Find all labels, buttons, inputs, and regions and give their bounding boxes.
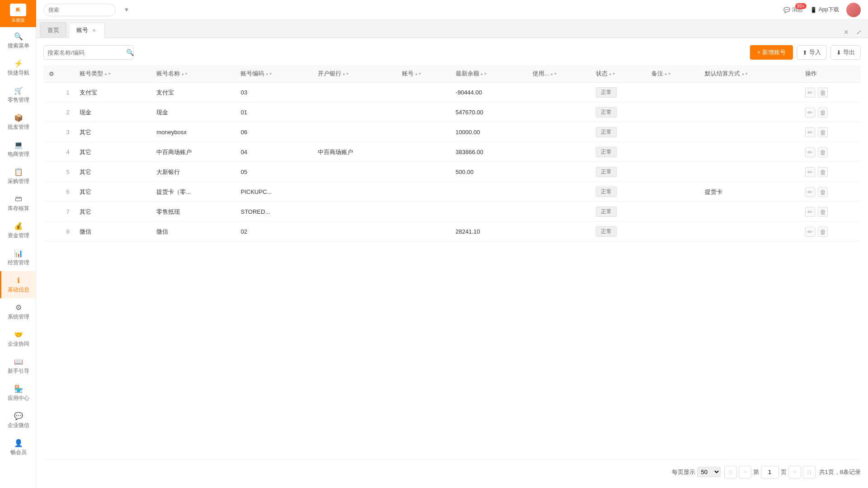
col-header-name[interactable]: 账号名称▲▼	[153, 65, 237, 83]
col-label-bank: 开户银行	[318, 70, 341, 77]
edit-icon[interactable]: ✏	[805, 227, 815, 237]
user-avatar[interactable]	[846, 3, 861, 17]
export-button[interactable]: ⬇ 导出	[830, 45, 861, 60]
dropdown-button[interactable]: ▼	[121, 5, 132, 15]
cell-usage	[529, 162, 592, 182]
col-header-type[interactable]: 账号类型▲▼	[76, 65, 153, 83]
add-account-button[interactable]: + 新增账号	[750, 45, 793, 60]
cell-code: 06	[237, 122, 314, 142]
sidebar-item-retail[interactable]: 🛒零售管理	[0, 81, 36, 108]
expand-tab-button[interactable]: ⤢	[854, 27, 864, 38]
delete-icon[interactable]: 🗑	[818, 88, 828, 98]
sidebar-item-member[interactable]: 👤畅会员	[0, 434, 36, 461]
cell-type: 现金	[76, 103, 153, 122]
edit-icon[interactable]: ✏	[805, 187, 815, 197]
gear-icon[interactable]: ⚙	[49, 70, 54, 77]
cell-remark	[648, 122, 702, 142]
cell-usage	[529, 202, 592, 222]
sidebar-label-purchase: 采购管理	[8, 178, 29, 185]
cell-balance	[452, 182, 529, 202]
edit-icon[interactable]: ✏	[805, 147, 815, 157]
col-header-account[interactable]: 账号▲▼	[398, 65, 452, 83]
edit-icon[interactable]: ✏	[805, 207, 815, 217]
sidebar-item-inventory[interactable]: 🗃库存核算	[0, 190, 36, 217]
cell-action: ✏ 🗑	[802, 202, 861, 222]
col-label-name: 账号名称	[156, 70, 180, 77]
app-download-button[interactable]: 📱 App下载	[810, 6, 839, 14]
sidebar-item-agreement[interactable]: 🤝企业协同	[0, 325, 36, 352]
top-search-input[interactable]	[43, 4, 116, 16]
sidebar-item-search[interactable]: 🔍搜索菜单	[0, 27, 36, 54]
cell-account	[398, 122, 452, 142]
search-input[interactable]	[47, 49, 123, 56]
prev-page-button[interactable]: ＜	[739, 466, 751, 479]
cell-code: STORED...	[237, 202, 314, 222]
delete-icon[interactable]: 🗑	[818, 207, 828, 217]
sidebar-item-quick[interactable]: ⚡快捷导航	[0, 54, 36, 81]
import-button[interactable]: ⬆ 导入	[797, 45, 827, 60]
inventory-icon: 🗃	[14, 194, 23, 203]
edit-icon[interactable]: ✏	[805, 88, 815, 98]
basic-icon: ℹ	[14, 276, 23, 285]
cell-settlement	[701, 162, 802, 182]
cell-balance: 28241.10	[452, 222, 529, 242]
sort-icon-name: ▲▼	[181, 72, 188, 76]
sidebar-item-purchase[interactable]: 📋采购管理	[0, 163, 36, 190]
edit-icon[interactable]: ✏	[805, 167, 815, 177]
cell-name: 大新银行	[153, 162, 237, 182]
cell-status: 正常	[592, 103, 648, 122]
table-row: 5其它大新银行05500.00正常 ✏ 🗑	[43, 162, 861, 182]
col-header-num	[60, 65, 76, 83]
cell-name: 提货卡（零...	[153, 182, 237, 202]
tab-home[interactable]: 首页	[40, 22, 67, 38]
edit-icon[interactable]: ✏	[805, 108, 815, 117]
col-header-status[interactable]: 状态▲▼	[592, 65, 648, 83]
first-page-button[interactable]: ⟨⟨	[724, 466, 737, 479]
wechat-icon: 💬	[14, 411, 23, 420]
delete-icon[interactable]: 🗑	[818, 127, 828, 137]
delete-icon[interactable]: 🗑	[818, 187, 828, 197]
close-tab-button[interactable]: ✕	[841, 27, 852, 38]
tab-account[interactable]: 账号✕	[69, 23, 105, 38]
sidebar-item-basic[interactable]: ℹ基础信息	[0, 271, 36, 298]
next-page-button[interactable]: ＞	[788, 466, 801, 479]
col-header-settlement[interactable]: 默认结算方式▲▼	[701, 65, 802, 83]
cell-type: 微信	[76, 222, 153, 242]
page-size-selector: 每页显示 50 100	[672, 467, 721, 477]
message-button[interactable]: 💬 消息 99+	[783, 6, 803, 14]
sidebar-item-system[interactable]: ⚙系统管理	[0, 298, 36, 325]
phone-icon: 📱	[810, 7, 817, 13]
export-icon: ⬇	[836, 49, 841, 56]
col-header-balance[interactable]: 最新余额▲▼	[452, 65, 529, 83]
col-header-bank[interactable]: 开户银行▲▼	[314, 65, 398, 83]
per-page-select[interactable]: 50 100	[697, 467, 721, 477]
sidebar-item-finance[interactable]: 💰资金管理	[0, 217, 36, 244]
sidebar-item-ecommerce[interactable]: 💻电商管理	[0, 136, 36, 163]
sidebar-item-wholesale[interactable]: 📦批发管理	[0, 108, 36, 136]
delete-icon[interactable]: 🗑	[818, 147, 828, 157]
col-header-remark[interactable]: 备注▲▼	[648, 65, 702, 83]
col-label-status: 状态	[596, 70, 608, 77]
page-input[interactable]	[761, 466, 779, 479]
sidebar-item-appstore[interactable]: 🏪应用中心	[0, 380, 36, 407]
sidebar-item-wechat[interactable]: 💬企业微信	[0, 407, 36, 434]
last-page-button[interactable]: ⟩⟩	[803, 466, 816, 479]
search-container: 🔍	[43, 45, 134, 60]
sidebar-item-guide[interactable]: 📖新手引导	[0, 352, 36, 380]
cell-status: 正常	[592, 162, 648, 182]
sort-icon-type: ▲▼	[104, 72, 111, 76]
cell-account	[398, 202, 452, 222]
col-header-code[interactable]: 账号编码▲▼	[237, 65, 314, 83]
delete-icon[interactable]: 🗑	[818, 108, 828, 117]
cell-type: 其它	[76, 202, 153, 222]
sidebar-item-operation[interactable]: 📊经营管理	[0, 244, 36, 271]
delete-icon[interactable]: 🗑	[818, 167, 828, 177]
cell-settlement	[701, 222, 802, 242]
tab-close-account[interactable]: ✕	[91, 27, 97, 33]
cell-settlement	[701, 83, 802, 103]
edit-icon[interactable]: ✏	[805, 127, 815, 137]
col-header-usage[interactable]: 使用...▲▼	[529, 65, 592, 83]
logo-icon: 帐	[10, 4, 26, 16]
delete-icon[interactable]: 🗑	[818, 227, 828, 237]
tabs-container: 首页账号✕	[40, 22, 841, 38]
